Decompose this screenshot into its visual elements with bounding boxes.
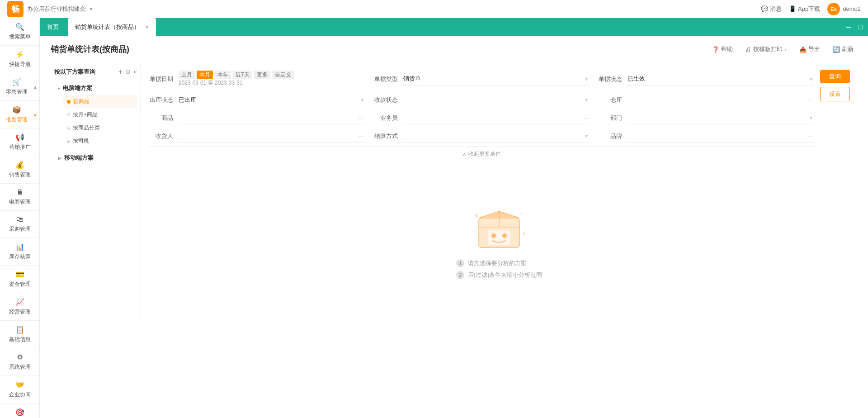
setting-btn[interactable]: 设置 [820, 87, 850, 101]
stock-status-label: 出库状态 [148, 96, 173, 104]
refresh-icon: 🔄 [833, 46, 840, 53]
date-tag-current-month[interactable]: 本月 [197, 71, 213, 79]
svg-point-6 [475, 214, 478, 217]
main-layout: 🔍 搜索菜单 ⚡ 快捷导航 🛒 零售管理 ▲ 📦 批发管理 ▲ 📢 营销推广 [0, 18, 868, 418]
tree-item-by-product[interactable]: 按商品 [63, 95, 137, 108]
warehouse-dots[interactable]: ··· [808, 96, 813, 103]
brand-dots[interactable]: ··· [808, 133, 813, 139]
sidebar-item-search-menu[interactable]: 🔍 搜索菜单 [0, 18, 39, 46]
sidebar-item-purchase[interactable]: 🛍 采购管理 [0, 211, 39, 238]
sidebar-item-marketing[interactable]: 📢 营销推广 [0, 128, 39, 156]
tree-mobile-title: 移动端方案 [64, 154, 94, 162]
add-scheme-icon[interactable]: + [118, 68, 123, 76]
salesperson-input[interactable]: ··· [401, 112, 590, 124]
wholesale-icon: 📦 [12, 105, 21, 114]
sidebar-item-enterprise[interactable]: 🤝 企业协同 [0, 376, 39, 404]
doc-type-label: 单据类型 [373, 75, 398, 83]
sidebar-item-retail[interactable]: 🛒 零售管理 ▲ [0, 73, 39, 101]
sidebar-item-ecommerce[interactable]: 🖥 电商管理 [0, 184, 39, 211]
filter-row-doc-status: 单据状态 已生效 ▾ [597, 70, 815, 88]
settlement-select[interactable]: ▾ [401, 130, 590, 142]
sidebar-item-inventory[interactable]: 📊 库存核算 [0, 238, 39, 266]
date-tag-custom[interactable]: 自定义 [272, 71, 294, 79]
date-tag-current-year[interactable]: 本年 [215, 71, 231, 79]
app-download-btn[interactable]: 📱 App下载 [789, 5, 820, 13]
print-dropdown-icon[interactable]: ▾ [784, 47, 787, 52]
doc-status-select[interactable]: 已生效 ▾ [626, 73, 815, 86]
collapse-panel-icon[interactable]: « [133, 68, 137, 76]
department-select[interactable]: ▾ [626, 112, 815, 124]
help-btn[interactable]: ❓ 帮助 [708, 43, 736, 55]
doc-status-arrow: ▾ [810, 76, 813, 82]
query-btn[interactable]: 查询 [820, 70, 850, 83]
sidebar-item-wholesale[interactable]: 📦 批发管理 ▲ [0, 101, 39, 128]
tree-item-by-company[interactable]: ≡ 按司机 [63, 134, 137, 147]
user-avatar-btn[interactable]: Ea demo2 [827, 3, 861, 15]
sidebar-item-sales[interactable]: 💰 销售管理 [0, 156, 39, 184]
finance-icon: 💳 [15, 270, 24, 279]
date-filter-value[interactable]: 上月 本月 本年 近7天 更多 自定义 2023-03-01 至 20 [177, 70, 366, 88]
payment-select[interactable]: ▾ [401, 94, 590, 106]
brand-input[interactable]: ··· [626, 130, 815, 142]
guide-icon: 🎯 [15, 408, 24, 417]
tab-minimize-btn[interactable]: ─ [844, 21, 853, 33]
sidebar-item-system[interactable]: ⚙ 系统管理 [0, 348, 39, 376]
filter-row-receiver: 收货人 ··· [148, 130, 366, 142]
title-dropdown-icon[interactable]: ▾ [90, 5, 93, 12]
marketing-icon: 📢 [15, 133, 24, 142]
left-panel-title: 按以下方案查询 [54, 68, 95, 76]
receiver-dots[interactable]: ··· [359, 133, 364, 139]
collapse-btn[interactable]: ∧ 收起更多条件 [148, 146, 815, 162]
sidebar-item-basic[interactable]: 📋 基础信息 [0, 321, 39, 348]
tree-pc-title: 电脑端方案 [63, 84, 92, 92]
tab-maximize-btn[interactable]: □ [856, 21, 864, 33]
hint-text-2: 用[过滤]条件来缩小分析范围 [468, 271, 542, 279]
message-btn[interactable]: 💬 消息 [761, 5, 782, 13]
export-btn[interactable]: 📤 导出 [796, 43, 824, 55]
warehouse-input[interactable]: ··· [626, 94, 815, 106]
tree-item-by-product-category[interactable]: ≡ 按商品分类 [63, 121, 137, 134]
sidebar-item-finance[interactable]: 💳 资金管理 [0, 266, 39, 293]
collapse-icon: ∧ [462, 151, 467, 157]
tab-bar: 首页 销货单统计表（按商品） × ─ □ [40, 18, 868, 36]
stock-status-select[interactable]: 已出库 ▾ [177, 94, 366, 106]
payment-arrow: ▾ [585, 96, 588, 103]
department-label: 部门 [597, 114, 622, 122]
date-tag-last-month[interactable]: 上月 [179, 71, 195, 79]
left-panel-header: 按以下方案查询 + ⊙ « [54, 68, 137, 76]
tab-active[interactable]: 销货单统计表（按商品） × [68, 18, 156, 36]
receiver-input[interactable]: ··· [177, 130, 366, 142]
filter-row-product: 商品 ··· [148, 112, 366, 124]
app-logo: 畅 [7, 1, 24, 17]
salesperson-dots[interactable]: ··· [583, 114, 588, 121]
doc-type-select[interactable]: 销货单 ▾ [401, 73, 590, 86]
empty-box-svg [467, 198, 531, 252]
date-tag-last-7-days[interactable]: 近7天 [233, 71, 252, 79]
top-bar: 畅 办公用品行业模拟账套 ▾ 💬 消息 📱 App下载 Ea demo2 [0, 0, 868, 18]
svg-point-8 [473, 231, 475, 233]
product-dots[interactable]: ··· [359, 114, 364, 121]
message-icon: 💬 [761, 5, 768, 12]
system-icon: ⚙ [17, 353, 23, 361]
refresh-btn[interactable]: 🔄 刷新 [829, 43, 857, 55]
sidebar-item-guide[interactable]: 🎯 新手引导 [0, 404, 39, 418]
filter-row-warehouse: 仓库 ··· [597, 94, 815, 106]
filter-row-payment: 收款状态 ▾ [373, 94, 590, 106]
tree-icon-3: ≡ [67, 138, 70, 144]
tree-sub-pc: 按商品 ≡ 按月+商品 ≡ 按商品分类 ≡ [54, 95, 137, 147]
tree-item-by-month-product[interactable]: ≡ 按月+商品 [63, 108, 137, 121]
product-input[interactable]: ··· [177, 112, 366, 124]
tree-section-pc: ▾ 电脑端方案 [54, 81, 137, 95]
tab-home[interactable]: 首页 [40, 18, 66, 36]
app-title: 办公用品行业模拟账套 [27, 5, 86, 13]
settlement-arrow: ▾ [585, 133, 588, 139]
sidebar-item-operation[interactable]: 📈 经营管理 [0, 293, 39, 321]
filter-row-brand: 品牌 ··· [597, 130, 815, 142]
date-tag-more[interactable]: 更多 [254, 71, 270, 79]
sidebar-item-quick-nav[interactable]: ⚡ 快捷导航 [0, 46, 39, 73]
tree-icon-2: ≡ [67, 125, 70, 131]
print-btn[interactable]: 🖨 按模板打印 ▾ [742, 43, 790, 55]
scheme-settings-icon[interactable]: ⊙ [125, 68, 131, 76]
empty-hint-2: 2 用[过滤]条件来缩小分析范围 [456, 271, 542, 279]
tab-close-icon[interactable]: × [145, 24, 149, 31]
